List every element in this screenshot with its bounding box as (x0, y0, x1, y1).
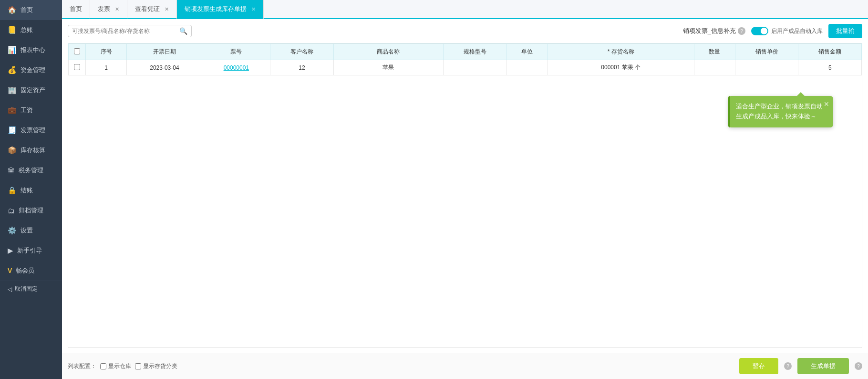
table-wrap: 序号 开票日期 票号 客户名称 商品名称 规格型号 单位 * 存货名称 数量 销… (68, 43, 862, 348)
col-unit-price: 销售单价 (735, 44, 798, 60)
tab-invoice-close[interactable]: ✕ (115, 6, 119, 12)
config-label: 列表配置： (68, 362, 96, 370)
sidebar-label-wages: 工资 (21, 106, 33, 115)
row-product: 苹果 (333, 60, 443, 75)
show-warehouse-text: 显示仓库 (108, 362, 131, 370)
tax-icon: 🏛 (8, 167, 15, 175)
main-area: 首页 发票 ✕ 查看凭证 ✕ 销项发票生成库存单据 ✕ 🔍 销项发票_信息补充 (62, 0, 868, 379)
sidebar-item-invoices[interactable]: 🧾 发票管理 (0, 120, 62, 140)
row-unit (506, 60, 548, 75)
select-all-checkbox[interactable] (74, 48, 80, 54)
sidebar-label-vip: 畅会员 (16, 266, 34, 275)
show-warehouse-checkbox[interactable] (100, 363, 106, 369)
search-bar: 🔍 销项发票_信息补充 ? 启用产成品自动入库 批量输 (68, 24, 862, 38)
save-help-icon[interactable]: ? (784, 362, 792, 370)
row-inventory[interactable]: 000001 苹果 个 (548, 60, 694, 75)
col-customer: 客户名称 (270, 44, 333, 60)
row-quantity[interactable] (694, 60, 735, 75)
reports-icon: 📊 (8, 46, 17, 54)
show-category-label[interactable]: 显示存货分类 (135, 362, 177, 370)
sidebar-item-ledger[interactable]: 📒 总账 (0, 20, 62, 40)
sidebar-label-home: 首页 (21, 6, 33, 14)
row-seq: 1 (86, 60, 127, 75)
tooltip-close-button[interactable]: ✕ (824, 99, 829, 109)
row-spec (443, 60, 506, 75)
closing-icon: 🔒 (8, 186, 17, 195)
toggle-thumb (761, 28, 767, 34)
content-area: 🔍 销项发票_信息补充 ? 启用产成品自动入库 批量输 (62, 19, 868, 353)
row-date: 2023-03-04 (127, 60, 202, 75)
generate-button[interactable]: 生成单据 (797, 358, 849, 374)
tab-sales-storage[interactable]: 销项发票生成库存单据 ✕ (177, 0, 264, 19)
col-spec: 规格型号 (443, 44, 506, 60)
row-number-link[interactable]: 00000001 (224, 64, 249, 71)
info-help-icon[interactable]: ? (738, 27, 745, 35)
row-checkbox-cell[interactable] (69, 60, 86, 75)
sidebar-label-archive: 归档管理 (19, 206, 43, 215)
data-table: 序号 开票日期 票号 客户名称 商品名称 规格型号 单位 * 存货名称 数量 销… (68, 43, 862, 75)
sidebar-item-funds[interactable]: 💰 资金管理 (0, 60, 62, 80)
info-label: 销项发票_信息补充 ? (683, 27, 745, 35)
table-row: 1 2023-03-04 00000001 12 苹果 000001 苹果 个 … (69, 60, 862, 75)
auto-warehouse-toggle[interactable] (751, 27, 768, 35)
guide-icon: ▶ (8, 246, 13, 255)
list-config: 列表配置： 显示仓库 显示存货分类 (68, 362, 177, 370)
sidebar-pin[interactable]: ◁ 取消固定 (0, 281, 62, 297)
col-amount: 销售金额 (798, 44, 862, 60)
sidebar-label-ledger: 总账 (21, 26, 33, 34)
footer-actions: 暂存 ? 生成单据 ? (739, 358, 862, 374)
generate-help-icon[interactable]: ? (855, 362, 862, 370)
sidebar-item-reports[interactable]: 📊 报表中心 (0, 40, 62, 60)
sidebar-label-settings: 设置 (21, 226, 33, 235)
sidebar-item-inventory[interactable]: 📦 库存核算 (0, 140, 62, 160)
row-number[interactable]: 00000001 (202, 60, 270, 75)
sidebar-label-tax: 税务管理 (19, 166, 43, 175)
show-category-text: 显示存货分类 (143, 362, 177, 370)
sidebar-item-assets[interactable]: 🏢 固定资产 (0, 80, 62, 100)
tooltip-bar (728, 96, 730, 127)
tab-invoice-label: 发票 (98, 5, 110, 13)
col-checkbox[interactable] (69, 44, 86, 60)
tab-sales-storage-close[interactable]: ✕ (251, 6, 256, 12)
sidebar-item-guide[interactable]: ▶ 新手引导 (0, 241, 62, 261)
col-date: 开票日期 (127, 44, 202, 60)
tab-voucher-close[interactable]: ✕ (165, 6, 169, 12)
show-warehouse-label[interactable]: 显示仓库 (100, 362, 131, 370)
tab-invoice[interactable]: 发票 ✕ (90, 0, 127, 19)
col-number: 票号 (202, 44, 270, 60)
row-amount: 5 (798, 60, 862, 75)
table-header-row: 序号 开票日期 票号 客户名称 商品名称 规格型号 单位 * 存货名称 数量 销… (69, 44, 862, 60)
row-unit-price[interactable] (735, 60, 798, 75)
sidebar: 🏠 首页 📒 总账 📊 报表中心 💰 资金管理 🏢 固定资产 💼 工资 🧾 发票… (0, 0, 62, 379)
footer: 列表配置： 显示仓库 显示存货分类 暂存 ? 生成单据 ? (62, 353, 868, 379)
tab-voucher-label: 查看凭证 (135, 5, 160, 13)
sidebar-item-vip[interactable]: V 畅会员 (0, 261, 62, 281)
assets-icon: 🏢 (8, 86, 17, 95)
row-checkbox[interactable] (74, 64, 80, 70)
vip-icon: V (8, 267, 12, 274)
tab-home[interactable]: 首页 (62, 0, 90, 19)
col-inventory: * 存货名称 (548, 44, 694, 60)
search-icon: 🔍 (179, 27, 187, 35)
search-input-wrap[interactable]: 🔍 (68, 25, 192, 37)
sidebar-item-tax[interactable]: 🏛 税务管理 (0, 160, 62, 180)
search-input[interactable] (72, 28, 179, 34)
sidebar-label-funds: 资金管理 (21, 66, 45, 74)
batch-button[interactable]: 批量输 (828, 24, 862, 38)
show-category-checkbox[interactable] (135, 363, 141, 369)
tab-voucher[interactable]: 查看凭证 ✕ (127, 0, 177, 19)
col-quantity: 数量 (694, 44, 735, 60)
sidebar-label-assets: 固定资产 (21, 86, 45, 95)
sidebar-item-wages[interactable]: 💼 工资 (0, 100, 62, 120)
sidebar-label-guide: 新手引导 (17, 246, 42, 255)
sidebar-item-home[interactable]: 🏠 首页 (0, 0, 62, 20)
sidebar-label-closing: 结账 (21, 186, 33, 195)
save-button[interactable]: 暂存 (739, 358, 778, 374)
sidebar-label-reports: 报表中心 (21, 46, 45, 54)
sidebar-item-settings[interactable]: ⚙️ 设置 (0, 221, 62, 241)
sidebar-item-archive[interactable]: 🗂 归档管理 (0, 200, 62, 221)
sidebar-label-invoices: 发票管理 (21, 126, 45, 135)
sidebar-item-closing[interactable]: 🔒 结账 (0, 180, 62, 200)
funds-icon: 💰 (8, 66, 17, 74)
settings-icon: ⚙️ (8, 226, 17, 235)
